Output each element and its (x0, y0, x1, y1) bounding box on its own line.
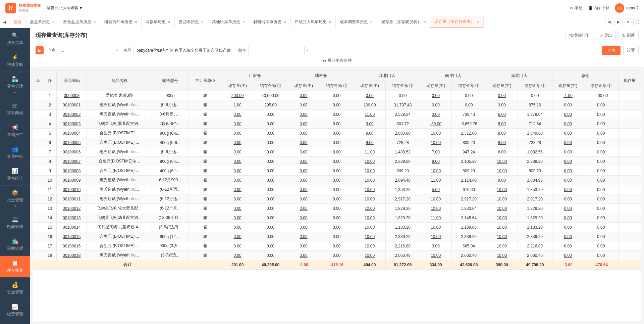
td-code[interactable]: 00100006 (57, 147, 87, 157)
td-na-qty[interactable]: -39.00 (420, 119, 451, 129)
td-jb-qty[interactable]: 10.00 (354, 176, 385, 185)
td-lc-qty[interactable]: 0.00 (288, 157, 319, 166)
sidebar-item-basic[interactable]: ℹ️ 基础信息 (0, 321, 30, 324)
tab-left-btn[interactable]: ◀ (605, 18, 613, 26)
tab-stock3[interactable]: 组装拆卸单历史 ✕ (100, 16, 142, 28)
td-fj-qty[interactable]: 0.00 (222, 232, 253, 241)
td-lc-qty[interactable]: 0.00 (288, 138, 319, 147)
product-input[interactable] (133, 46, 234, 55)
td-na-qty[interactable]: 10.00 (420, 204, 451, 213)
td-jb-qty[interactable]: 10.00 (354, 166, 385, 176)
td-yb-qty[interactable]: 10.00 (486, 213, 518, 223)
td-yb-qty[interactable]: 3.00 (486, 100, 518, 110)
td-code[interactable]: 00100003 (57, 119, 87, 129)
td-fj-qty[interactable]: 0.00 (222, 119, 253, 129)
user-menu[interactable]: Ea demo2 (615, 3, 639, 13)
export-btn[interactable]: ↗ 导出 (596, 31, 616, 40)
td-yb-qty[interactable]: 8.00 (486, 129, 518, 138)
td-code[interactable]: 00100010 (57, 185, 87, 194)
td-yb-qty[interactable]: 8.00 (486, 119, 518, 129)
close-icon[interactable]: ✕ (201, 20, 204, 24)
td-na-qty[interactable]: 5.00 (420, 185, 451, 194)
td-jb-qty[interactable]: 10.00 (354, 185, 385, 194)
td-lc-qty[interactable]: 0.00 (288, 100, 319, 110)
tab-stock9[interactable]: 成本调整单历史 ✕ (336, 16, 377, 28)
settings-btn[interactable]: 设置 (623, 46, 639, 55)
tab-stock4[interactable]: 调拨单历史 ✕ (142, 16, 175, 28)
close-icon[interactable]: ✕ (52, 20, 55, 24)
color-dropdown-icon[interactable]: ▾ (307, 48, 309, 53)
td-fj-qty[interactable]: 0.00 (222, 110, 253, 119)
td-lc-qty[interactable]: 0.00 (288, 232, 319, 241)
td-na-qty[interactable]: 10.00 (420, 138, 451, 147)
td-jb-qty[interactable]: 10.00 (354, 251, 385, 260)
td-na-qty[interactable]: 7.00 (420, 147, 451, 157)
td-fj-qty[interactable]: 0.00 (222, 223, 253, 232)
sidebar-item-mall[interactable]: 🛒 零售商城 (0, 98, 30, 120)
tab-stock10[interactable]: 现存量（库存状况表） ✕ (377, 16, 430, 28)
td-jb-qty[interactable]: 9.00 (354, 119, 385, 129)
td-na-qty[interactable]: 10.00 (420, 129, 451, 138)
td-total-qty[interactable]: 0.00 (552, 185, 584, 194)
account-selector[interactable]: 母婴行业演示账套 ▾ (46, 5, 82, 11)
td-fj-qty[interactable]: 0.00 (222, 129, 253, 138)
td-lc-qty[interactable]: 0.00 (288, 223, 319, 232)
sidebar-item-member[interactable]: 👥 会员中心 (0, 142, 30, 164)
td-na-qty[interactable]: 10.00 (420, 166, 451, 176)
td-lc-qty[interactable]: 0.00 (288, 213, 319, 223)
td-yb-qty[interactable]: 10.00 (486, 194, 518, 204)
td-total-qty[interactable]: 0.00 (552, 194, 584, 204)
td-jb-qty[interactable]: 11.00 (354, 147, 385, 157)
td-fj-qty[interactable]: 0.00 (222, 194, 253, 204)
td-na-qty[interactable]: 3.00 (420, 241, 451, 251)
td-fj-qty[interactable]: 200.00 (222, 91, 253, 100)
sidebar-item-marketing[interactable]: 📢 营销推广 (0, 120, 30, 142)
close-icon[interactable]: ✕ (329, 20, 331, 24)
td-jb-qty[interactable]: 9.00 (354, 138, 385, 147)
td-total-qty[interactable]: 0.00 (552, 166, 584, 176)
color-input[interactable] (248, 46, 305, 55)
td-na-qty[interactable]: 10.00 (420, 223, 451, 232)
td-yb-qty[interactable]: 10.00 (486, 223, 518, 232)
close-icon[interactable]: ✕ (135, 20, 137, 24)
warehouse-clear-icon[interactable]: ··· (116, 48, 119, 53)
expand-toggle-btn[interactable]: ▶ (36, 46, 44, 54)
td-total-qty[interactable]: 0.00 (552, 129, 584, 138)
td-jb-qty[interactable]: 10.00 (354, 241, 385, 251)
sidebar-item-search[interactable]: 🔍 搜索英单 (0, 28, 30, 50)
refresh-btn[interactable]: ↻ 刷新 (619, 31, 639, 40)
tab-stock5[interactable]: 要货单历史 ✕ (175, 16, 208, 28)
td-na-qty[interactable]: 3.00 (420, 110, 451, 119)
td-code[interactable]: 00100011 (57, 194, 87, 204)
td-lc-qty[interactable]: 0.00 (288, 185, 319, 194)
td-fj-qty[interactable]: 0.00 (222, 185, 253, 194)
sidebar-item-retail[interactable]: 🏪 零售管理 ▲ (0, 72, 30, 98)
print-btn[interactable]: 按模板打印 (566, 31, 593, 40)
tab-stock11[interactable]: 现存量（库存分布表） ✕ (430, 16, 484, 28)
td-jb-qty[interactable]: 0.00 (354, 91, 385, 100)
tab-home[interactable]: 首页 (9, 16, 26, 28)
td-code[interactable]: 00100018 (57, 251, 87, 260)
td-yb-qty[interactable]: 8.00 (486, 147, 518, 157)
close-icon[interactable]: ✕ (477, 20, 479, 24)
td-total-qty[interactable]: 0.00 (552, 223, 584, 232)
td-lc-qty[interactable]: 0.00 (288, 251, 319, 260)
td-code[interactable]: 00100005 (57, 138, 87, 147)
td-na-qty[interactable]: 0.00 (420, 100, 451, 110)
sidebar-item-operation[interactable]: 📈 经营管理 (0, 299, 30, 321)
td-fj-qty[interactable]: 0.00 (222, 157, 253, 166)
td-code[interactable]: 00100016 (57, 241, 87, 251)
td-total-qty[interactable]: 0.00 (552, 157, 584, 166)
td-na-qty[interactable]: 11.00 (420, 176, 451, 185)
close-icon[interactable]: ✕ (168, 20, 170, 24)
td-jb-qty[interactable]: 10.00 (354, 213, 385, 223)
td-code[interactable]: 00100009 (57, 176, 87, 185)
td-yb-qty[interactable]: 10.00 (486, 232, 518, 241)
td-code[interactable]: 0000003 (57, 91, 87, 100)
sidebar-item-purchase[interactable]: 🛍️ 采购管理 (0, 234, 30, 256)
td-yb-qty[interactable]: 10.00 (486, 185, 518, 194)
message-btn[interactable]: ✉ 消息 (570, 5, 583, 11)
td-total-qty[interactable]: 0.00 (552, 176, 584, 185)
td-na-qty[interactable]: 0.00 (420, 91, 451, 100)
td-code[interactable]: 00100001 (57, 100, 87, 110)
